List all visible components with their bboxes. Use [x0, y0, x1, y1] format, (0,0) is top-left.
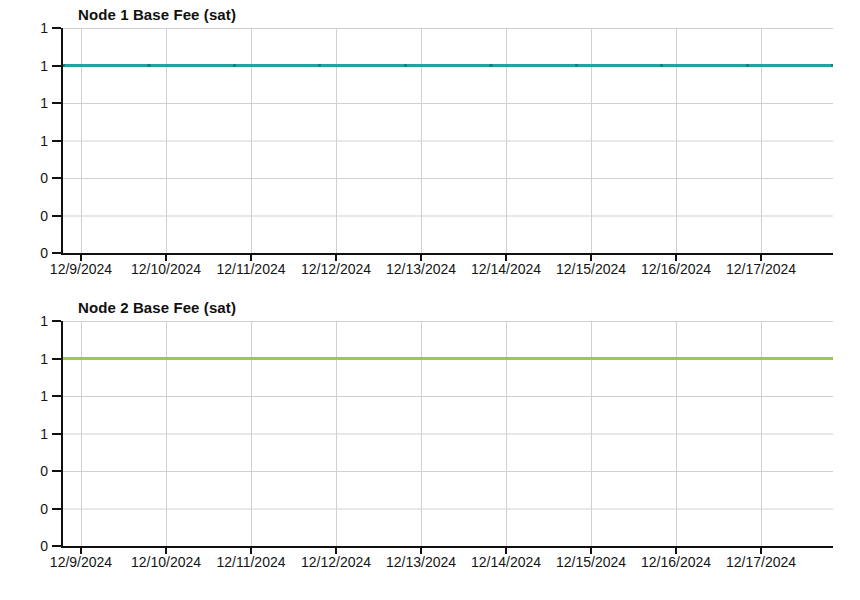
x-tick-label: 12/11/2024 [209, 554, 293, 571]
x-tick-label: 12/11/2024 [209, 261, 293, 278]
plot-area [62, 321, 833, 546]
y-tick-label: 0 [0, 462, 48, 480]
y-tick-mark [52, 470, 61, 472]
x-tick-label: 12/17/2024 [719, 261, 803, 278]
x-tick-label: 12/14/2024 [464, 554, 548, 571]
x-tick-label: 12/10/2024 [124, 261, 208, 278]
page: { "page": { "background": "#ffffff", "gr… [0, 0, 860, 600]
x-tick-label: 12/17/2024 [719, 554, 803, 571]
y-tick-label: 1 [0, 19, 48, 37]
chart-node-1-base-fee: Node 1 Base Fee (sat) 1 1 1 1 0 0 0 12/9… [0, 0, 860, 293]
x-tick-label: 12/16/2024 [634, 554, 718, 571]
y-tick-label: 1 [0, 425, 48, 443]
y-tick-mark [52, 65, 61, 67]
x-axis-line [61, 253, 833, 255]
chart-title: Node 1 Base Fee (sat) [78, 6, 236, 23]
y-tick-mark [52, 358, 61, 360]
y-tick-label: 0 [0, 169, 48, 187]
x-tick-label: 12/15/2024 [549, 554, 633, 571]
y-tick-mark [52, 102, 61, 104]
y-axis-line [61, 28, 63, 255]
series-line-node-2 [62, 357, 833, 360]
y-tick-mark [52, 252, 61, 254]
y-tick-label: 1 [0, 132, 48, 150]
y-tick-mark [52, 395, 61, 397]
x-tick-label: 12/15/2024 [549, 261, 633, 278]
y-tick-label: 1 [0, 350, 48, 368]
x-tick-label: 12/12/2024 [294, 261, 378, 278]
chart-node-2-base-fee: Node 2 Base Fee (sat) 1 1 1 1 0 0 0 12/9… [0, 293, 860, 586]
y-tick-label: 1 [0, 312, 48, 330]
y-tick-mark [52, 177, 61, 179]
y-tick-mark [52, 140, 61, 142]
chart-title: Node 2 Base Fee (sat) [78, 299, 236, 316]
x-tick-label: 12/9/2024 [39, 261, 123, 278]
y-tick-label: 0 [0, 500, 48, 518]
y-tick-mark [52, 27, 61, 29]
plot-area [62, 28, 833, 253]
y-tick-mark [52, 545, 61, 547]
y-tick-label: 1 [0, 57, 48, 75]
x-tick-label: 12/16/2024 [634, 261, 718, 278]
series-line-node-1 [62, 64, 833, 67]
x-tick-label: 12/9/2024 [39, 554, 123, 571]
y-tick-label: 0 [0, 244, 48, 262]
y-tick-mark [52, 320, 61, 322]
y-tick-label: 1 [0, 387, 48, 405]
x-tick-label: 12/13/2024 [379, 261, 463, 278]
y-tick-mark [52, 215, 61, 217]
x-tick-label: 12/14/2024 [464, 261, 548, 278]
y-tick-mark [52, 433, 61, 435]
y-tick-mark [52, 508, 61, 510]
y-tick-label: 0 [0, 207, 48, 225]
x-tick-label: 12/10/2024 [124, 554, 208, 571]
y-tick-label: 1 [0, 94, 48, 112]
y-tick-label: 0 [0, 537, 48, 555]
x-tick-label: 12/13/2024 [379, 554, 463, 571]
x-tick-label: 12/12/2024 [294, 554, 378, 571]
x-axis-line [61, 546, 833, 548]
y-axis-line [61, 321, 63, 548]
